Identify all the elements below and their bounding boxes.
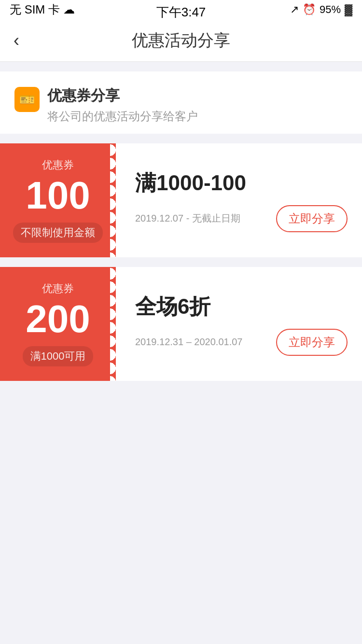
- coupon-left-1: 优惠券 200 满1000可用: [0, 267, 116, 381]
- coupon-date-1: 2019.12.31 – 2020.01.07: [135, 336, 268, 348]
- battery-icon: ▓: [345, 3, 352, 16]
- page-title: 优惠活动分享: [132, 29, 230, 52]
- section-subtitle: 将公司的优惠活动分享给客户: [47, 109, 198, 124]
- coupon-right-1: 全场6折 2019.12.31 – 2020.01.07 立即分享: [116, 267, 362, 381]
- coupon-date-0: 2019.12.07 - 无截止日期: [135, 212, 268, 225]
- section-title: 优惠券分享: [47, 86, 198, 106]
- section-header: 🎫 优惠券分享 将公司的优惠活动分享给客户: [0, 71, 362, 134]
- coupon-condition-0: 不限制使用金额: [13, 223, 103, 243]
- coupon-meta-1: 2019.12.31 – 2020.01.07 立即分享: [135, 329, 348, 356]
- coupon-value-1: 200: [26, 300, 90, 338]
- coupon-right-0: 满1000-100 2019.12.07 - 无截止日期 立即分享: [116, 143, 362, 257]
- coupon-card: 优惠券 100 不限制使用金额 满1000-100 2019.12.07 - 无…: [0, 143, 362, 257]
- coupon-type-1: 优惠券: [42, 281, 74, 296]
- status-left: 无 SIM 卡 ☁: [10, 2, 75, 17]
- share-button-0[interactable]: 立即分享: [276, 205, 348, 232]
- coupon-type-0: 优惠券: [42, 158, 74, 172]
- coupon-meta-0: 2019.12.07 - 无截止日期 立即分享: [135, 205, 348, 232]
- coupon-name-0: 满1000-100: [135, 169, 348, 197]
- status-right: ↗ ⏰ 95% ▓: [290, 3, 352, 16]
- battery-label: 95%: [320, 3, 341, 16]
- sim-label: 无 SIM 卡 ☁: [10, 2, 75, 17]
- coupon-card: 优惠券 200 满1000可用 全场6折 2019.12.31 – 2020.0…: [0, 267, 362, 381]
- back-button[interactable]: ‹: [14, 30, 19, 51]
- coupon-name-1: 全场6折: [135, 293, 348, 321]
- coupon-left-0: 优惠券 100 不限制使用金额: [0, 143, 116, 257]
- status-time: 下午3:47: [156, 4, 206, 21]
- share-button-1[interactable]: 立即分享: [276, 329, 348, 356]
- coupon-list: 优惠券 100 不限制使用金额 满1000-100 2019.12.07 - 无…: [0, 143, 362, 381]
- location-icon: ↗: [290, 3, 299, 16]
- section-icon: 🎫: [14, 87, 40, 112]
- coupon-condition-1: 满1000可用: [23, 346, 94, 366]
- section-text: 优惠券分享 将公司的优惠活动分享给客户: [47, 86, 198, 124]
- status-bar: 无 SIM 卡 ☁ 下午3:47 ↗ ⏰ 95% ▓: [0, 0, 362, 19]
- coupon-value-0: 100: [26, 176, 90, 215]
- alarm-icon: ⏰: [303, 3, 316, 16]
- nav-bar: ‹ 优惠活动分享: [0, 19, 362, 62]
- coupon-icon: 🎫: [19, 92, 35, 107]
